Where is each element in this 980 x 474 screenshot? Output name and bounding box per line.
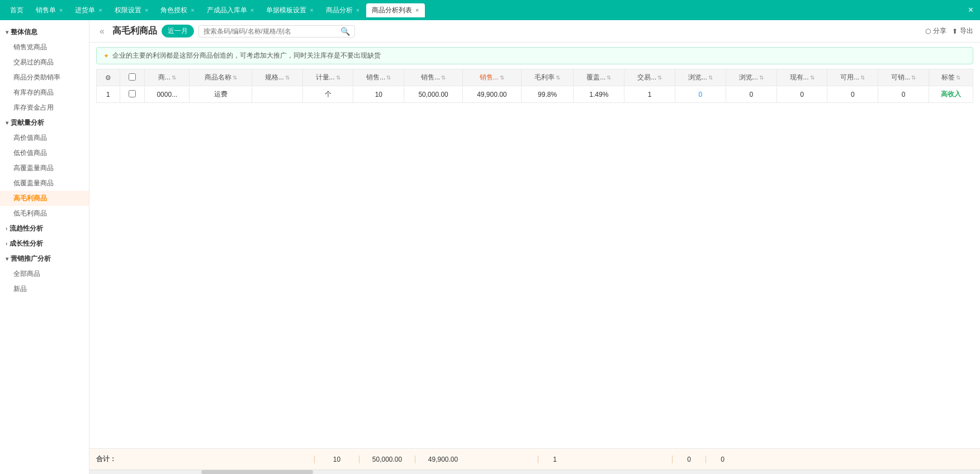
nav-sales-close[interactable]: × — [59, 7, 63, 13]
cell-index: 1 — [97, 86, 120, 103]
col-views1[interactable]: 浏览...⇅ — [675, 69, 726, 86]
col-current-stock[interactable]: 现有...⇅ — [777, 69, 827, 86]
col-transaction[interactable]: 交易...⇅ — [624, 69, 675, 86]
col-tag[interactable]: 标签⇅ — [929, 69, 973, 86]
nav-production-close[interactable]: × — [250, 7, 254, 13]
sidebar-item-all-products[interactable]: 全部商品 — [0, 266, 89, 281]
arrow-icon-contribution: ▾ — [6, 120, 8, 126]
nav-product-analysis-list[interactable]: 商品分析列表 × — [366, 3, 424, 17]
sidebar-section-marketing[interactable]: ▾ 营销推广分析 — [0, 251, 89, 266]
col-views2[interactable]: 浏览...⇅ — [726, 69, 777, 86]
footer-summary: 合计： 10 50,000.00 49,900.00 1 0 0 — [89, 448, 980, 470]
top-navigation: 首页 销售单 × 进货单 × 权限设置 × 角色授权 × 产成品入库单 × 单据… — [0, 0, 980, 20]
share-button[interactable]: ⬡ 分享 — [925, 26, 946, 36]
col-sellable-stock[interactable]: 可销...⇅ — [878, 69, 929, 86]
table-container: ⚙ 商...⇅ 商品名称⇅ 规格...⇅ 计量...⇅ 销售...⇅ 销售...… — [89, 69, 980, 448]
cell-sales-profit: 49,900.00 — [462, 86, 521, 103]
search-input[interactable] — [203, 27, 338, 35]
col-coverage[interactable]: 覆盖...⇅ — [574, 69, 624, 86]
nav-product-analysis-close[interactable]: × — [356, 7, 359, 13]
cell-sales-qty: 10 — [353, 86, 404, 103]
nav-sales[interactable]: 销售单 × — [30, 3, 68, 17]
sidebar-item-sales-overview[interactable]: 销售览商品 — [0, 40, 89, 55]
export-icon: ⬆ — [952, 27, 958, 35]
sidebar-item-stock-fund[interactable]: 库存资金占用 — [0, 100, 89, 115]
col-sales-profit[interactable]: 销售...⇅ — [462, 69, 521, 86]
cell-sales-amount: 50,000.00 — [404, 86, 463, 103]
arrow-icon-growth: › — [6, 241, 7, 247]
horizontal-scrollbar[interactable] — [89, 470, 980, 474]
sidebar-item-in-stock[interactable]: 有库存的商品 — [0, 85, 89, 100]
sidebar-item-traded[interactable]: 交易过的商品 — [0, 55, 89, 70]
sidebar-item-low-value[interactable]: 低价值商品 — [0, 146, 89, 161]
select-all-checkbox[interactable] — [129, 73, 136, 81]
sidebar-section-contribution[interactable]: ▾ 贡献量分析 — [0, 115, 89, 130]
col-available-stock[interactable]: 可用...⇅ — [827, 69, 878, 86]
export-label: 导出 — [960, 26, 973, 36]
nav-roles[interactable]: 角色授权 × — [155, 3, 200, 17]
nav-production[interactable]: 产成品入库单 × — [201, 3, 259, 17]
sidebar-item-high-value[interactable]: 高价值商品 — [0, 130, 89, 146]
col-gross-margin[interactable]: 毛利率⇅ — [521, 69, 574, 86]
nav-product-analysis-label: 商品分析 — [326, 6, 353, 15]
scrollbar-thumb[interactable] — [201, 470, 313, 474]
footer-label: 合计： — [96, 454, 130, 464]
export-button[interactable]: ⬆ 导出 — [952, 26, 973, 36]
cell-transaction: 1 — [624, 86, 675, 103]
col-sales-qty[interactable]: 销售...⇅ — [353, 69, 404, 86]
row-checkbox[interactable] — [129, 90, 136, 97]
col-code[interactable]: 商...⇅ — [145, 69, 190, 86]
sidebar-item-category-rate[interactable]: 商品分类助销率 — [0, 70, 89, 85]
nav-roles-label: 角色授权 — [160, 6, 187, 15]
search-icon[interactable]: 🔍 — [340, 27, 350, 36]
col-sales-amount[interactable]: 销售...⇅ — [404, 69, 463, 86]
nav-home-label: 首页 — [10, 6, 23, 15]
col-settings[interactable]: ⚙ — [97, 69, 120, 86]
footer-sales-profit: 49,900.00 — [415, 456, 471, 463]
nav-roles-close[interactable]: × — [191, 7, 194, 13]
nav-permissions-close[interactable]: × — [145, 7, 148, 13]
sidebar-section-flow-label: 流趋性分析 — [10, 224, 43, 233]
sidebar: ▾ 整体信息 销售览商品 交易过的商品 商品分类助销率 有库存的商品 库存资金占… — [0, 20, 89, 474]
sidebar-collapse-button[interactable]: « — [96, 25, 108, 37]
sidebar-item-low-coverage[interactable]: 低覆盖量商品 — [0, 176, 89, 191]
sidebar-item-high-margin[interactable]: 高毛利商品 — [0, 191, 89, 206]
nav-home[interactable]: 首页 — [4, 3, 29, 17]
cell-sellable-stock: 0 — [878, 86, 929, 103]
page-title: 高毛利商品 — [112, 25, 157, 37]
nav-purchase[interactable]: 进货单 × — [69, 3, 107, 17]
footer-values: 10 50,000.00 49,900.00 1 0 0 — [130, 456, 973, 463]
content-header: « 高毛利商品 近一月 🔍 ⬡ 分享 ⬆ 导出 — [89, 20, 980, 43]
cell-unit: 个 — [302, 86, 353, 103]
info-icon: ✦ — [103, 52, 109, 60]
nav-template[interactable]: 单据模板设置 × — [261, 3, 319, 17]
nav-permissions-label: 权限设置 — [115, 6, 141, 15]
nav-purchase-close[interactable]: × — [98, 7, 102, 13]
col-name[interactable]: 商品名称⇅ — [190, 69, 252, 86]
cell-views1[interactable]: 0 — [675, 86, 726, 103]
nav-product-analysis-list-close[interactable]: × — [415, 7, 419, 13]
footer-sales-amount: 50,000.00 — [359, 456, 415, 463]
sidebar-item-low-margin[interactable]: 低毛利商品 — [0, 206, 89, 221]
sidebar-section-growth-label: 成长性分析 — [10, 239, 43, 248]
footer-sellable-stock: 0 — [706, 456, 739, 463]
cell-name: 运费 — [190, 86, 252, 103]
main-layout: ▾ 整体信息 销售览商品 交易过的商品 商品分类助销率 有库存的商品 库存资金占… — [0, 20, 980, 474]
window-close-button[interactable]: × — [966, 3, 976, 17]
col-unit[interactable]: 计量...⇅ — [302, 69, 353, 86]
cell-checkbox[interactable] — [120, 86, 145, 103]
sidebar-item-high-coverage[interactable]: 高覆盖量商品 — [0, 161, 89, 176]
nav-permissions[interactable]: 权限设置 × — [109, 3, 154, 17]
arrow-icon-marketing: ▾ — [6, 256, 8, 262]
cell-gross-margin: 99.8% — [521, 86, 574, 103]
filter-month-button[interactable]: 近一月 — [162, 25, 194, 37]
sidebar-section-growth[interactable]: › 成长性分析 — [0, 236, 89, 251]
sidebar-item-new-products[interactable]: 新品 — [0, 281, 89, 297]
nav-template-close[interactable]: × — [310, 7, 313, 13]
nav-product-analysis[interactable]: 商品分析 × — [320, 3, 365, 17]
col-spec[interactable]: 规格...⇅ — [252, 69, 302, 86]
table-header-row: ⚙ 商...⇅ 商品名称⇅ 规格...⇅ 计量...⇅ 销售...⇅ 销售...… — [97, 69, 973, 86]
sidebar-section-general[interactable]: ▾ 整体信息 — [0, 25, 89, 40]
col-checkbox — [120, 69, 145, 86]
sidebar-section-flow[interactable]: › 流趋性分析 — [0, 221, 89, 236]
